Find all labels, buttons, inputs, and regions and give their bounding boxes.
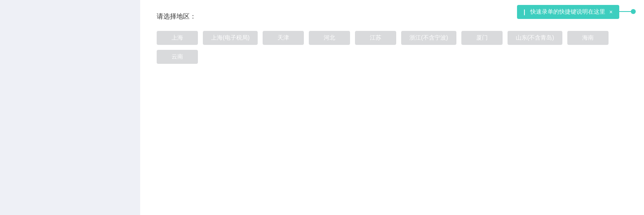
tooltip-banner: 快速录单的快捷键说明在这里 × <box>517 5 619 19</box>
region-button-xiamen[interactable]: 厦门 <box>461 31 503 45</box>
region-button-hainan[interactable]: 海南 <box>567 31 609 45</box>
region-button-hebei[interactable]: 河北 <box>309 31 350 45</box>
region-button-jiangsu[interactable]: 江苏 <box>355 31 396 45</box>
main-content: 请选择地区： 上海上海(电子税局)天津河北江苏浙江(不含宁波)厦门山东(不含青岛… <box>140 0 644 215</box>
region-button-yunnan[interactable]: 云南 <box>157 50 198 64</box>
tooltip-dot <box>631 9 636 14</box>
region-button-tianjin[interactable]: 天津 <box>263 31 304 45</box>
tooltip-close-button[interactable]: × <box>609 9 613 15</box>
region-button-zhejiang[interactable]: 浙江(不含宁波) <box>401 31 456 45</box>
region-button-shanghai-etax[interactable]: 上海(电子税局) <box>203 31 258 45</box>
left-sidebar <box>0 0 140 215</box>
tooltip-line <box>619 11 631 12</box>
tooltip-text: 快速录单的快捷键说明在这里 <box>530 8 605 16</box>
region-button-shandong[interactable]: 山东(不含青岛) <box>508 31 562 45</box>
region-buttons: 上海上海(电子税局)天津河北江苏浙江(不含宁波)厦门山东(不含青岛)海南云南 <box>157 31 628 64</box>
region-button-shanghai[interactable]: 上海 <box>157 31 198 45</box>
